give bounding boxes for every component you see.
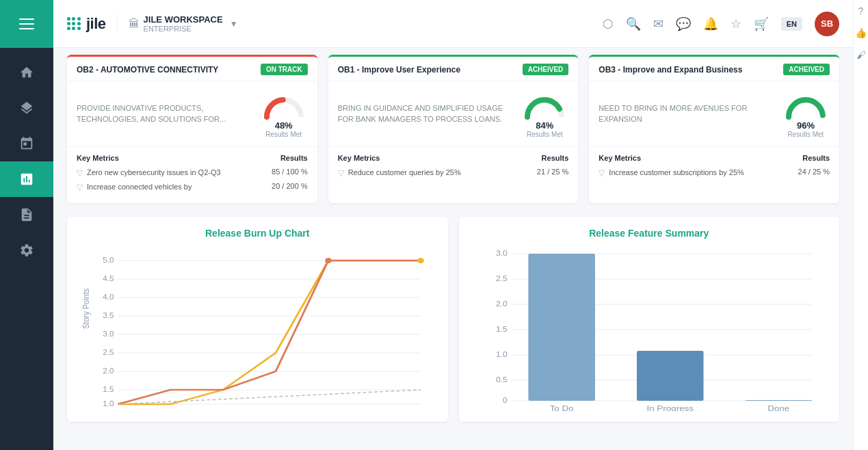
bell-icon[interactable]: 🔔 (703, 16, 718, 31)
sidebar (0, 0, 53, 450)
burn-up-chart-area: 5.0 4.5 4.0 3.5 3.0 2.5 2.0 1.5 1.0 (78, 247, 437, 411)
mail-icon[interactable]: ✉ (653, 16, 663, 31)
org-chart-icon[interactable]: ⬡ (603, 16, 614, 31)
okr-card-ob3-title: OB3 - Improve and Expand Business (599, 65, 742, 75)
okr-card-ob3-metrics: Key Metrics Results ▽ Increase customer … (589, 147, 839, 189)
okr-card-ob1-desc: Bring in guidance and simplified usage f… (338, 103, 514, 124)
svg-point-20 (418, 258, 424, 263)
okr-card-ob3-desc: Need to bring in more avenues for expans… (599, 103, 775, 124)
okr-card-ob1-status: ACHEIVED (523, 64, 569, 75)
okr-card-ob3: OB3 - Improve and Expand Business ACHEIV… (589, 55, 839, 203)
charts-row: Release Burn Up Chart (67, 217, 839, 422)
main-content: jile 🏛 JILE WORKSPACE ENTERPRISE ▼ ⬡ 🔍 ✉… (53, 0, 853, 450)
feature-summary-chart-title: Release Feature Summary (470, 228, 829, 239)
svg-text:4.0: 4.0 (103, 293, 114, 301)
okr-card-ob2-results-label: Results Met (265, 131, 302, 138)
metric-row: ▽ Increase connected vehicles by 20 / 20… (77, 182, 308, 192)
svg-text:3.5: 3.5 (103, 312, 114, 319)
sidebar-item-calendar[interactable] (0, 126, 53, 161)
svg-text:1.5: 1.5 (495, 326, 507, 333)
svg-text:Done: Done (767, 404, 789, 411)
search-icon[interactable]: 🔍 (626, 16, 641, 31)
metric-row: ▽ Reduce customer queries by 25% 21 / 25… (338, 168, 569, 178)
svg-point-21 (325, 258, 331, 263)
feature-summary-chart-card: Release Feature Summary (459, 217, 840, 422)
trophy-icon: ▽ (77, 183, 83, 192)
okr-card-ob3-body: Need to bring in more avenues for expans… (589, 81, 839, 147)
okr-card-ob2-status: ON TRACK (261, 64, 308, 75)
trophy-icon: ▽ (77, 168, 83, 178)
topbar: jile 🏛 JILE WORKSPACE ENTERPRISE ▼ ⬡ 🔍 ✉… (53, 0, 853, 48)
user-avatar[interactable]: SB (815, 12, 839, 36)
hamburger-icon[interactable] (19, 18, 34, 29)
okr-card-ob1-results-label: Results Met (527, 131, 563, 138)
okr-card-ob1-pct: 84% (536, 120, 553, 131)
okr-card-ob1-metrics-header: Key Metrics Results (338, 154, 569, 162)
svg-text:0.5: 0.5 (495, 376, 507, 384)
okr-cards: OB2 - AUTOMOTIVE CONNECTIVITY ON TRACK P… (67, 48, 839, 203)
sidebar-logo (0, 0, 53, 48)
sidebar-nav (0, 48, 53, 268)
sidebar-item-layers[interactable] (0, 90, 53, 126)
okr-card-ob3-results-label: Results Met (788, 131, 824, 138)
topbar-logo: jile (67, 15, 106, 33)
trophy-icon: ▽ (338, 168, 344, 178)
svg-text:4.5: 4.5 (103, 275, 114, 282)
okr-card-ob2: OB2 - AUTOMOTIVE CONNECTIVITY ON TRACK P… (67, 55, 317, 203)
workspace-type: ENTERPRISE (144, 25, 223, 33)
svg-text:In Progress: In Progress (646, 404, 694, 411)
okr-card-ob1-body: Bring in guidance and simplified usage f… (328, 81, 579, 147)
thumbs-up-icon[interactable]: 👍 (855, 27, 867, 38)
svg-text:2.0: 2.0 (495, 300, 507, 308)
svg-text:To Do: To Do (549, 404, 573, 411)
sidebar-item-document[interactable] (0, 197, 53, 233)
workspace-name: JILE WORKSPACE (144, 14, 223, 25)
feature-summary-chart-area: 3.0 2.5 2.0 1.5 1.0 0.5 0 (470, 247, 829, 411)
trophy-icon: ▽ (599, 168, 605, 178)
burn-up-chart-title: Release Burn Up Chart (78, 228, 437, 239)
chat-icon[interactable]: 💬 (676, 16, 691, 31)
svg-text:3.0: 3.0 (495, 250, 507, 257)
svg-text:3.0: 3.0 (103, 330, 114, 338)
svg-text:Story Points: Story Points (81, 289, 92, 329)
right-panel: ? 👍 🖌 (853, 0, 868, 450)
svg-text:5.0: 5.0 (103, 256, 114, 264)
workspace-selector[interactable]: 🏛 JILE WORKSPACE ENTERPRISE ▼ (117, 14, 238, 33)
logo-dots (67, 17, 81, 31)
sidebar-item-chart[interactable] (0, 161, 53, 197)
okr-card-ob2-pct: 48% (275, 120, 293, 131)
sidebar-item-home[interactable] (0, 55, 53, 90)
okr-card-ob1-title: OB1 - Improve User Experience (338, 65, 460, 75)
logo-text: jile (86, 15, 106, 33)
lang-badge[interactable]: EN (781, 17, 802, 31)
svg-text:2.5: 2.5 (103, 349, 114, 356)
okr-card-ob2-title: OB2 - AUTOMOTIVE CONNECTIVITY (77, 65, 218, 75)
okr-card-ob2-metrics: Key Metrics Results ▽ Zero new cybersecu… (67, 147, 317, 203)
svg-text:0: 0 (503, 397, 508, 404)
svg-text:2.0: 2.0 (103, 367, 114, 375)
okr-card-ob2-header: OB2 - AUTOMOTIVE CONNECTIVITY ON TRACK (67, 57, 317, 81)
okr-card-ob2-body: PROVIDE INNOVATIVE PRODUCTS, TECHNOLOGIE… (67, 81, 317, 147)
cart-icon[interactable]: 🛒 (754, 16, 769, 31)
okr-card-ob2-desc: PROVIDE INNOVATIVE PRODUCTS, TECHNOLOGIE… (77, 103, 253, 124)
paint-icon[interactable]: 🖌 (856, 49, 866, 60)
okr-card-ob1-header: OB1 - Improve User Experience ACHEIVED (328, 57, 579, 81)
building-icon: 🏛 (129, 18, 140, 30)
content-area: OB2 - AUTOMOTIVE CONNECTIVITY ON TRACK P… (53, 48, 853, 450)
burn-up-chart-card: Release Burn Up Chart (67, 217, 448, 422)
help-icon[interactable]: ? (858, 5, 864, 16)
workspace-info: JILE WORKSPACE ENTERPRISE (144, 14, 223, 33)
svg-text:2.5: 2.5 (495, 275, 507, 282)
okr-card-ob3-pct: 96% (797, 120, 815, 131)
okr-card-ob1: OB1 - Improve User Experience ACHEIVED B… (328, 55, 579, 203)
workspace-dropdown-arrow: ▼ (230, 19, 238, 29)
svg-rect-38 (745, 400, 812, 401)
metric-row: ▽ Zero new cybersecurity issues in Q2-Q3… (77, 168, 308, 178)
okr-card-ob2-gauge: 48% Results Met (260, 90, 308, 138)
star-icon[interactable]: ☆ (731, 16, 741, 31)
svg-text:1.5: 1.5 (103, 386, 114, 393)
sidebar-item-settings[interactable] (0, 233, 53, 268)
okr-card-ob2-metrics-header: Key Metrics Results (77, 154, 308, 162)
metric-row: ▽ Increase customer subscriptions by 25%… (599, 168, 830, 178)
svg-rect-36 (528, 254, 595, 401)
